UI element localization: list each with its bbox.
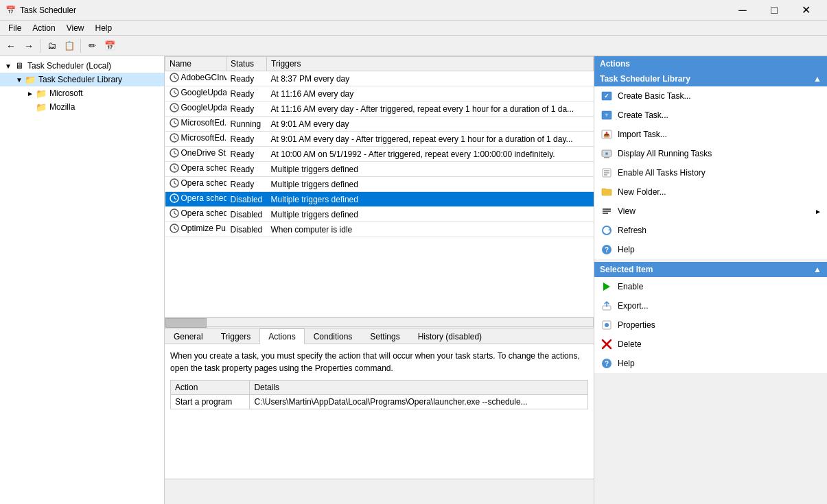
menu-action[interactable]: Action <box>27 22 60 34</box>
task-row[interactable]: Opera sched...ReadyMultiple triggers def… <box>165 162 594 177</box>
toolbar-properties[interactable]: 📋 <box>61 38 78 54</box>
task-row[interactable]: OneDrive St...ReadyAt 10:00 AM on 5/1/19… <box>165 147 594 162</box>
task-triggers-cell: At 8:37 PM every day <box>267 71 594 86</box>
task-triggers-cell: At 11:16 AM every day <box>267 86 594 101</box>
library-section-header: Task Scheduler Library ▲ <box>594 71 827 86</box>
task-name-cell: Optimize Pu... <box>165 222 226 237</box>
svg-text:✓: ✓ <box>604 93 609 99</box>
import-task-label: Import Task... <box>618 130 667 139</box>
task-triggers-cell: At 9:01 AM every day <box>267 117 594 132</box>
task-status-cell: Ready <box>226 132 267 147</box>
action-export[interactable]: Export... <box>594 296 827 315</box>
task-row[interactable]: MicrosoftEd...ReadyAt 9:01 AM every day … <box>165 132 594 147</box>
task-row[interactable]: GoogleUpda...ReadyAt 11:16 AM every day … <box>165 101 594 117</box>
task-row[interactable]: MicrosoftEd...RunningAt 9:01 AM every da… <box>165 117 594 132</box>
center-panel: Name Status Triggers AdobeGCInv...ReadyA… <box>165 56 594 504</box>
col-header-triggers[interactable]: Triggers <box>267 57 594 71</box>
refresh-icon <box>600 224 614 237</box>
action-help-library[interactable]: ? Help <box>594 240 827 259</box>
task-row[interactable]: Opera sched...DisabledMultiple triggers … <box>165 192 594 207</box>
tree-expand-root[interactable]: ▼ <box>3 62 14 70</box>
library-actions-list: ✓ Create Basic Task... + Create Task... … <box>594 86 827 259</box>
task-row[interactable]: Opera sched...ReadyMultiple triggers def… <box>165 177 594 192</box>
action-properties[interactable]: Properties <box>594 315 827 335</box>
task-name-cell: Opera sched... <box>165 177 226 192</box>
app-title: Task Scheduler <box>20 5 76 15</box>
task-list-hscroll[interactable] <box>165 317 594 328</box>
tree-expand-microsoft[interactable]: ► <box>25 90 36 97</box>
tab-settings[interactable]: Settings <box>361 328 408 344</box>
task-row[interactable]: AdobeGCInv...ReadyAt 8:37 PM every day <box>165 71 594 86</box>
task-row[interactable]: Opera sched...DisabledMultiple triggers … <box>165 207 594 222</box>
menu-view[interactable]: View <box>61 22 90 34</box>
create-basic-icon: ✓ <box>600 89 614 103</box>
action-import-task[interactable]: 📥 Import Task... <box>594 125 827 144</box>
maximize-button[interactable]: □ <box>758 0 790 21</box>
properties-label: Properties <box>618 320 655 330</box>
action-create-basic[interactable]: ✓ Create Basic Task... <box>594 86 827 106</box>
action-enable[interactable]: Enable <box>594 277 827 296</box>
svg-rect-47 <box>603 211 611 212</box>
tree-item-mozilla[interactable]: ► 📁 Mozilla <box>0 100 164 114</box>
library-collapse-icon[interactable]: ▲ <box>813 74 822 84</box>
toolbar-folder[interactable]: 🗂 <box>43 38 60 54</box>
svg-text:📥: 📥 <box>603 131 610 138</box>
action-display-running[interactable]: Display All Running Tasks <box>594 144 827 163</box>
task-name-cell: MicrosoftEd... <box>165 132 226 147</box>
properties-icon <box>600 318 614 332</box>
tree-mozilla-label: Mozilla <box>49 102 75 112</box>
svg-rect-46 <box>603 208 611 210</box>
menu-help[interactable]: Help <box>90 22 118 34</box>
col-header-status[interactable]: Status <box>226 57 267 71</box>
tree-item-microsoft[interactable]: ► 📁 Microsoft <box>0 86 164 100</box>
task-name-cell: MicrosoftEd... <box>165 117 226 132</box>
tab-triggers[interactable]: Triggers <box>212 328 260 344</box>
close-button[interactable]: ✕ <box>790 0 822 21</box>
toolbar-calendar[interactable]: 📅 <box>102 38 118 54</box>
toolbar-back[interactable]: ← <box>3 38 19 54</box>
toolbar-separator-2 <box>80 39 81 53</box>
computer-icon: 🖥 <box>14 60 25 71</box>
selected-actions-list: Enable Export... Properties <box>594 277 827 373</box>
import-task-icon: 📥 <box>600 128 614 141</box>
task-triggers-cell: Multiple triggers defined <box>267 162 594 177</box>
titlebar-controls: ─ □ ✕ <box>727 0 822 21</box>
action-create-task[interactable]: + Create Task... <box>594 106 827 125</box>
toolbar-forward[interactable]: → <box>21 38 37 54</box>
toolbar-create[interactable]: ✏ <box>84 38 100 54</box>
action-view[interactable]: View ► <box>594 202 827 221</box>
tab-history[interactable]: History (disabled) <box>409 328 491 344</box>
create-basic-label: Create Basic Task... <box>618 91 691 101</box>
action-refresh[interactable]: Refresh <box>594 221 827 240</box>
task-name-cell: Opera sched... <box>165 162 226 177</box>
task-row[interactable]: Optimize Pu...DisabledWhen computer is i… <box>165 222 594 237</box>
tree-root[interactable]: ▼ 🖥 Task Scheduler (Local) <box>0 59 164 73</box>
minimize-button[interactable]: ─ <box>727 0 758 21</box>
svg-line-5 <box>174 93 176 94</box>
detail-content: When you create a task, you must specify… <box>165 344 594 479</box>
action-new-folder[interactable]: New Folder... <box>594 182 827 202</box>
tree-expand-library[interactable]: ▼ <box>14 76 25 84</box>
task-list-scroll[interactable]: Name Status Triggers AdobeGCInv...ReadyA… <box>165 56 594 317</box>
tab-conditions[interactable]: Conditions <box>305 328 362 344</box>
actions-panel: Actions Task Scheduler Library ▲ ✓ Creat… <box>594 56 827 504</box>
main-layout: ▼ 🖥 Task Scheduler (Local) ▼ 📁 Task Sche… <box>0 56 827 504</box>
task-triggers-cell: At 9:01 AM every day - After triggered, … <box>267 132 594 147</box>
refresh-label: Refresh <box>618 226 647 235</box>
tree-panel: ▼ 🖥 Task Scheduler (Local) ▼ 📁 Task Sche… <box>0 56 165 504</box>
action-help-selected[interactable]: ? Help <box>594 354 827 373</box>
task-row[interactable]: GoogleUpda...ReadyAt 11:16 AM every day <box>165 86 594 101</box>
task-status-cell: Disabled <box>226 192 267 207</box>
selected-collapse-icon[interactable]: ▲ <box>813 265 822 274</box>
tab-general[interactable]: General <box>165 328 212 344</box>
task-status-cell: Ready <box>226 71 267 86</box>
tab-actions[interactable]: Actions <box>259 328 304 344</box>
action-delete[interactable]: Delete <box>594 335 827 354</box>
action-enable-history[interactable]: Enable All Tasks History <box>594 163 827 182</box>
task-triggers-cell: Multiple triggers defined <box>267 177 594 192</box>
col-header-name[interactable]: Name <box>165 57 226 71</box>
svg-line-17 <box>174 153 176 154</box>
menu-file[interactable]: File <box>3 22 27 34</box>
tree-item-library[interactable]: ▼ 📁 Task Scheduler Library <box>0 73 164 86</box>
app-icon: 📅 <box>5 5 16 15</box>
